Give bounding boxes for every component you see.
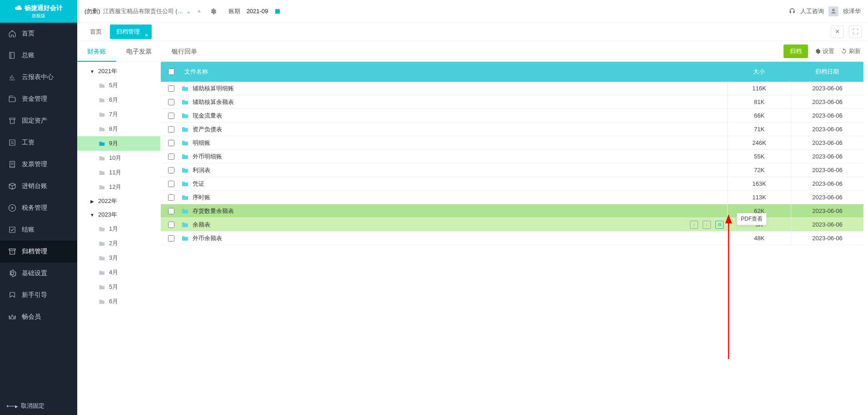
tree-month[interactable]: 9月 xyxy=(77,136,160,151)
table-row[interactable]: 利润表 72K 2023-06-06 xyxy=(161,163,863,177)
file-name: 利润表 xyxy=(193,166,210,174)
page-tab[interactable]: 首页 xyxy=(84,25,108,39)
row-checkbox[interactable] xyxy=(168,181,174,187)
nav-label: 新手引导 xyxy=(22,291,47,299)
row-checkbox[interactable] xyxy=(168,140,174,146)
sidebar-item-inventory[interactable]: 进销台账 xyxy=(0,175,77,197)
pdf-view-icon[interactable]: ⧉ xyxy=(715,221,724,229)
table-row[interactable]: 凭证 163K 2023-06-06 xyxy=(161,177,863,191)
checkout-icon xyxy=(8,226,16,234)
tab-close-icon[interactable]: × xyxy=(145,28,148,43)
tree-year[interactable]: ▶2022年 xyxy=(77,194,160,208)
folder-icon xyxy=(99,255,105,261)
file-size: 116K xyxy=(727,82,791,95)
table-row[interactable]: 现金流量表 66K 2023-06-06 xyxy=(161,109,863,123)
sidebar-item-archive[interactable]: 归档管理 xyxy=(0,241,77,262)
sidebar-collapse[interactable]: ⟵▸ 取消固定 xyxy=(0,397,77,415)
username[interactable]: 徐泽华 xyxy=(843,7,861,15)
row-checkbox[interactable] xyxy=(168,235,174,242)
page-tab[interactable]: 归档管理× xyxy=(110,25,152,39)
table-row[interactable]: 外币明细账 55K 2023-06-06 xyxy=(161,150,863,163)
archive-date: 2023-06-06 xyxy=(791,82,863,95)
archive-tree: ▼2021年5月6月7月8月9月10月11月12月▶2022年▼2023年1月2… xyxy=(77,62,161,415)
tree-year[interactable]: ▼2021年 xyxy=(77,64,160,78)
subtab[interactable]: 财务账 xyxy=(77,41,116,62)
add-company-button[interactable]: ＋ xyxy=(194,5,204,17)
sidebar-item-tax[interactable]: 税务管理 xyxy=(0,197,77,219)
settings-link[interactable]: 设置 xyxy=(814,47,834,55)
close-tab-button[interactable]: ✕ xyxy=(831,25,843,38)
row-checkbox[interactable] xyxy=(168,99,174,105)
folder-icon xyxy=(182,99,189,105)
tree-month[interactable]: 12月 xyxy=(77,180,160,194)
table-row[interactable]: 存货数量余额表 62K 2023-06-06 xyxy=(161,204,863,218)
tree-month[interactable]: 3月 xyxy=(77,251,160,265)
fullscreen-button[interactable]: ⛶ xyxy=(849,25,862,38)
table-row[interactable]: 资产负债表 71K 2023-06-06 xyxy=(161,123,863,136)
tree-month[interactable]: 1月 xyxy=(77,222,160,236)
archive-date: 2023-06-06 xyxy=(791,204,863,217)
sidebar-item-salary[interactable]: 工资 xyxy=(0,132,77,153)
row-checkbox[interactable] xyxy=(168,113,174,119)
calendar-icon[interactable] xyxy=(274,8,281,15)
folder-icon xyxy=(182,153,189,159)
subtab[interactable]: 银行回单 xyxy=(162,41,207,62)
table-row[interactable]: 序时账 113K 2023-06-06 xyxy=(161,191,863,204)
sidebar-item-asset[interactable]: 固定资产 xyxy=(0,110,77,132)
sidebar-item-settings[interactable]: 基础设置 xyxy=(0,262,77,284)
archive-button[interactable]: 归档 xyxy=(784,44,808,58)
tree-month[interactable]: 6月 xyxy=(77,93,160,107)
table-row[interactable]: 外币余额表 48K 2023-06-06 xyxy=(161,232,863,245)
row-checkbox[interactable] xyxy=(168,194,174,201)
table-row[interactable]: 余额表 ↓ ↓ ⧉ 3K 2023-06-06 xyxy=(161,218,863,232)
folder-icon xyxy=(99,226,105,232)
home-icon xyxy=(8,30,16,38)
tree-month[interactable]: 5月 xyxy=(77,78,160,93)
sidebar: 畅捷通好会计 旗舰版 首页总账云报表中心资金管理固定资产工资发票管理进销台账税务… xyxy=(0,0,77,415)
tree-month[interactable]: 10月 xyxy=(77,151,160,165)
row-checkbox[interactable] xyxy=(168,208,174,214)
table-row[interactable]: 辅助核算余额表 81K 2023-06-06 xyxy=(161,95,863,109)
tree-month[interactable]: 6月 xyxy=(77,294,160,309)
sidebar-item-home[interactable]: 首页 xyxy=(0,23,77,44)
file-size: 66K xyxy=(727,109,791,122)
sidebar-item-chart[interactable]: 云报表中心 xyxy=(0,66,77,88)
table-header: 文件名称 大小 归档日期 xyxy=(161,62,863,82)
table-row[interactable]: 明细账 246K 2023-06-06 xyxy=(161,136,863,150)
table-row[interactable]: 辅助核算明细账 116K 2023-06-06 xyxy=(161,82,863,95)
row-checkbox[interactable] xyxy=(168,167,174,173)
sidebar-item-ledger[interactable]: 总账 xyxy=(0,44,77,66)
company-selector[interactable]: (勿删) 江西服宝精品有限责任公司 (… ⌄ xyxy=(84,7,191,15)
sidebar-item-vip[interactable]: 畅会员 xyxy=(0,306,77,328)
tree-month[interactable]: 5月 xyxy=(77,280,160,294)
avatar[interactable] xyxy=(828,6,838,16)
tree-month[interactable]: 11月 xyxy=(77,165,160,180)
file-name: 凭证 xyxy=(193,180,204,188)
row-checkbox[interactable] xyxy=(168,153,174,160)
refresh-link[interactable]: 刷新 xyxy=(841,47,861,55)
sidebar-item-guide[interactable]: 新手引导 xyxy=(0,284,77,306)
tree-month[interactable]: 8月 xyxy=(77,122,160,136)
sidebar-item-invoice[interactable]: 发票管理 xyxy=(0,153,77,175)
guide-icon xyxy=(8,291,16,299)
folder-icon xyxy=(99,83,105,88)
row-checkbox[interactable] xyxy=(168,222,174,228)
tree-month[interactable]: 4月 xyxy=(77,265,160,280)
download-xls-icon[interactable]: ↓ xyxy=(690,221,698,229)
subtab[interactable]: 电子发票 xyxy=(116,41,162,62)
tree-year[interactable]: ▼2023年 xyxy=(77,208,160,222)
company-settings-button[interactable] xyxy=(208,6,218,17)
sidebar-item-checkout[interactable]: 结账 xyxy=(0,219,77,241)
nav-label: 固定资产 xyxy=(22,117,47,125)
row-checkbox[interactable] xyxy=(168,126,174,133)
file-name: 明细账 xyxy=(193,139,210,147)
select-all-checkbox[interactable] xyxy=(168,69,174,75)
row-checkbox[interactable] xyxy=(168,85,174,92)
download-pdf-icon[interactable]: ↓ xyxy=(703,221,711,229)
archive-date: 2023-06-06 xyxy=(791,150,863,163)
tree-month[interactable]: 2月 xyxy=(77,236,160,251)
sidebar-item-wallet[interactable]: 资金管理 xyxy=(0,88,77,110)
folder-icon xyxy=(182,113,189,119)
tree-month[interactable]: 7月 xyxy=(77,107,160,122)
consult-link[interactable]: 人工咨询 xyxy=(800,7,824,15)
